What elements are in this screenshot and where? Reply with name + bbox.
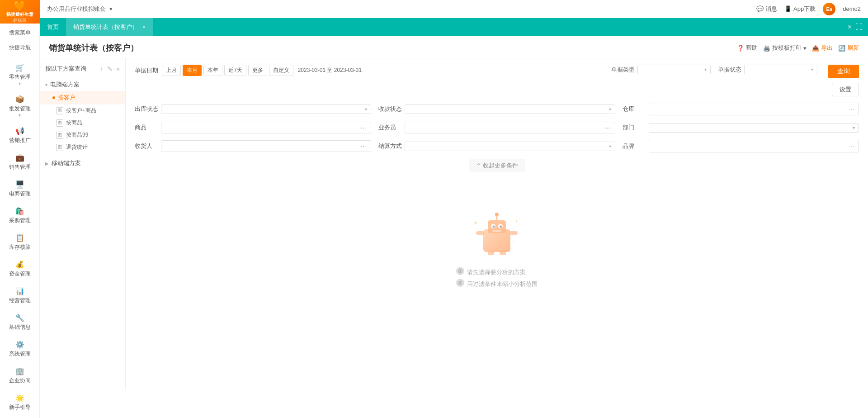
close-window-icon[interactable]: × [848, 23, 852, 31]
out-status-filter: 出库状态 ▾ [135, 104, 371, 114]
finance-icon: 💰 [0, 260, 39, 269]
action-btn-group: 查询 设置 [828, 65, 859, 96]
svg-text:✦: ✦ [473, 220, 478, 226]
sidebar-quick-nav[interactable]: 快捷导航 [0, 40, 39, 55]
desktop-arrow: ▾ [45, 82, 47, 87]
this-year-btn[interactable]: 本年 [203, 65, 222, 76]
sidebar-item-operations[interactable]: 📊 经营管理 [0, 282, 39, 309]
sidebar-basic-label: 基础信息 [0, 323, 39, 331]
brand-label: 品牌 [623, 142, 645, 150]
department-label: 部门 [623, 124, 645, 132]
message-btn[interactable]: 💬 消息 [756, 5, 777, 13]
avatar-text: Ea [826, 6, 832, 12]
active-dot [52, 96, 55, 99]
sidebar: 🧡 畅捷通好生意 标账版 搜索菜单 快捷导航 🛒 零售管理 ▾ 📦 批发管理 ▾… [0, 0, 40, 418]
marketing-icon: 📢 [0, 127, 39, 135]
industry-selector[interactable]: 办公用品行业模拟账套 ▾ [47, 5, 113, 13]
svg-rect-10 [509, 231, 518, 235]
sidebar-sales-label: 销售管理 [0, 163, 39, 171]
scheme-goods-label: 按商品 [66, 119, 82, 127]
print-btn[interactable]: 🖨️ 按模板打印 ▾ [763, 44, 807, 52]
sidebar-item-marketing[interactable]: 📢 营销推广 [0, 122, 39, 149]
scheme-mobile-title[interactable]: ▶ 移动端方案 [40, 157, 125, 170]
sidebar-item-appcenter[interactable]: 📱 应用中心 [0, 416, 39, 418]
export-btn[interactable]: 📤 导出 [812, 44, 833, 52]
last-month-btn[interactable]: 上月 [162, 65, 181, 76]
scheme-sub-customer-goods[interactable]: 图 按客户+商品 [40, 104, 125, 117]
sidebar-logo[interactable]: 🧡 畅捷通好生意 标账版 [0, 0, 40, 24]
doc-status-select[interactable]: ▾ [744, 65, 817, 74]
svg-point-5 [500, 226, 502, 228]
tab-right-icons: × ⛶ [848, 23, 868, 31]
scheme-sub-goods99[interactable]: 图 按商品99 [40, 129, 125, 141]
help-btn[interactable]: ❓ 帮助 [737, 44, 758, 52]
more-date-btn[interactable]: 更多 [248, 65, 267, 76]
avatar[interactable]: Ea [823, 3, 835, 15]
scheme-sub-goods[interactable]: 图 按商品 [40, 117, 125, 129]
sidebar-item-basic[interactable]: 🔧 基础信息 [0, 309, 39, 336]
receipt-status-select[interactable]: ▾ [405, 104, 615, 114]
sidebar-item-retail[interactable]: 🛒 零售管理 ▾ [0, 59, 39, 90]
app-download-btn[interactable]: 📱 App下载 [784, 5, 816, 13]
sales-icon: 💼 [0, 153, 39, 162]
scheme-desktop-title[interactable]: ▾ 电脑端方案 [40, 78, 125, 91]
sidebar-search-menu[interactable]: 搜索菜单 [0, 24, 39, 40]
sidebar-item-inventory[interactable]: 📋 库存核算 [0, 229, 39, 256]
filter-row-3: 商品 ··· 业务员 ··· 部门 [135, 122, 859, 133]
refresh-btn[interactable]: 🔄 刷新 [838, 44, 859, 52]
out-status-select[interactable]: ▾ [161, 104, 371, 114]
wholesale-icon: 📦 [0, 95, 39, 104]
customer-goods-icon: 图 [56, 107, 63, 114]
message-icon: 💬 [756, 5, 764, 12]
doc-type-filter: 单据类型 ▾ [611, 65, 711, 74]
warehouse-select[interactable]: ··· [649, 103, 859, 115]
sidebar-item-wholesale[interactable]: 📦 批发管理 ▾ [0, 90, 39, 122]
sidebar-item-enterprise[interactable]: 🏢 企业协同 [0, 362, 39, 389]
receiver-filter: 收货人 ··· [135, 140, 371, 152]
doc-type-select[interactable]: ▾ [637, 65, 711, 74]
tip1-text: 请先选择要分析的方案 [467, 266, 526, 278]
doc-status-filter: 单据状态 ▾ [718, 65, 817, 74]
receiver-dots: ··· [361, 142, 368, 150]
query-btn[interactable]: 查询 [828, 65, 859, 78]
sidebar-item-sales[interactable]: 💼 销售管理 [0, 149, 39, 176]
print-label: 按模板打印 [772, 44, 802, 52]
scheme-sub-return[interactable]: 图 退货统计 [40, 141, 125, 153]
department-select[interactable]: ▾ [649, 123, 859, 133]
sidebar-inventory-label: 库存核算 [0, 243, 39, 251]
tab-home[interactable]: 首页 [40, 18, 66, 36]
sidebar-item-finance[interactable]: 💰 资金管理 [0, 256, 39, 282]
settings-btn[interactable]: 设置 [832, 83, 859, 96]
brand-select[interactable]: ··· [649, 140, 859, 152]
sidebar-finance-label: 资金管理 [0, 270, 39, 278]
sidebar-item-ecommerce[interactable]: 🖥️ 电商管理 [0, 176, 39, 202]
scheme-add-icon[interactable]: + [100, 65, 104, 72]
filter-row-2: 出库状态 ▾ 收款状态 ▾ 仓库 [135, 103, 859, 115]
salesperson-select[interactable]: ··· [405, 122, 615, 133]
sidebar-system-label: 系统管理 [0, 350, 39, 358]
this-month-btn[interactable]: 本月 [183, 65, 202, 76]
doc-type-label: 单据类型 [611, 66, 634, 74]
sidebar-item-system[interactable]: ⚙️ 系统管理 [0, 336, 39, 362]
goods-select[interactable]: ··· [161, 122, 371, 133]
username-label: demo2 [843, 5, 861, 12]
receipt-status-arrow: ▾ [609, 107, 611, 112]
industry-dropdown-arrow: ▾ [109, 5, 113, 12]
tab-close-btn[interactable]: × [142, 24, 146, 30]
settlement-select[interactable]: ▾ [405, 142, 615, 151]
scheme-edit-icon[interactable]: ✎ [107, 65, 113, 72]
collapse-more-btn[interactable]: ⌃ 收起更多条件 [469, 159, 525, 172]
receiver-select[interactable]: ··· [161, 140, 371, 152]
recent7-btn[interactable]: 近7天 [224, 65, 246, 76]
sidebar-item-purchase[interactable]: 🛍️ 采购管理 [0, 202, 39, 229]
scheme-collapse-icon[interactable]: « [116, 65, 120, 72]
download-icon: 📱 [784, 5, 792, 12]
tip1-num: ① [456, 267, 464, 275]
scheme-item-customer[interactable]: 按客户 [40, 91, 125, 104]
page-title: 销货单统计表（按客户） [49, 43, 138, 53]
custom-date-btn[interactable]: 自定义 [269, 65, 293, 76]
tab-active[interactable]: 销货单统计表（按客户） × [66, 18, 153, 36]
resize-window-icon[interactable]: ⛶ [855, 23, 863, 31]
sidebar-item-newbie[interactable]: 🌟 新手引导 [0, 389, 39, 416]
scheme-mobile-group: ▶ 移动端方案 [40, 155, 125, 171]
